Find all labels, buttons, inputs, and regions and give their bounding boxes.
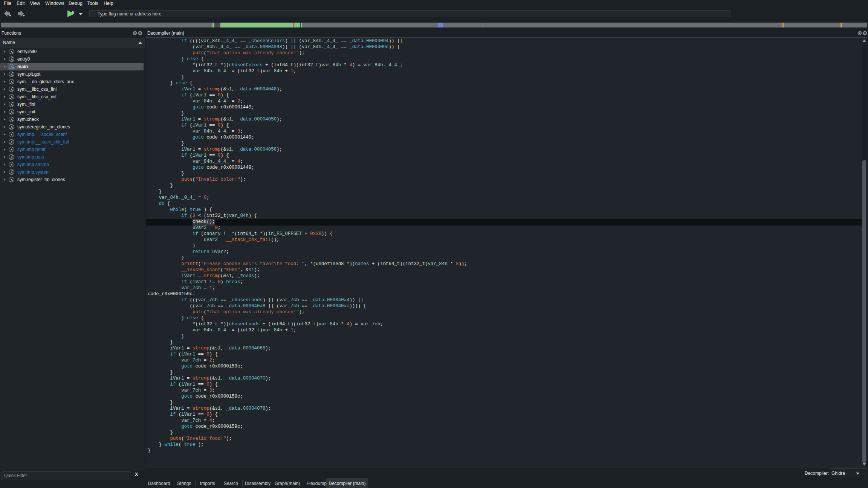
svg-text:i: i [12,164,12,167]
svg-text:x: x [12,96,13,99]
svg-text:x: x [12,127,13,129]
svg-text:x: x [12,89,13,92]
svg-text:x: x [12,51,13,54]
svg-text:x: x [12,59,13,61]
svg-text:i: i [12,149,12,152]
svg-text:x: x [12,81,13,84]
svg-text:x: x [12,119,13,122]
svg-text:D: D [72,10,75,14]
svg-text:x: x [12,74,13,76]
svg-text:m: m [12,66,14,69]
svg-text:i: i [12,134,12,137]
svg-text:i: i [12,157,12,159]
svg-text:x: x [12,111,13,114]
svg-text:x: x [12,104,13,107]
svg-text:i: i [12,142,12,144]
svg-text:i: i [12,172,12,174]
svg-text:x: x [12,179,13,182]
